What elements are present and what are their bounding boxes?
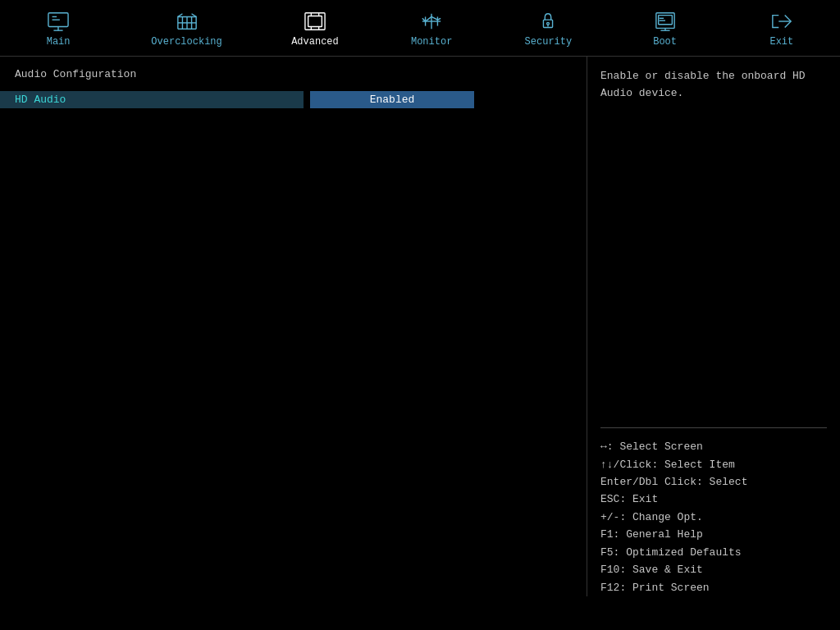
- help-text: Enable or disable the onboard HD Audio d…: [600, 68, 827, 418]
- nav-label-exit: Exit: [769, 36, 793, 48]
- menu-row-hd-audio[interactable]: HD Audio Enabled: [0, 87, 587, 112]
- navigation-bar: Main Overclocking: [0, 0, 840, 57]
- svg-rect-13: [308, 16, 322, 27]
- nav-item-exit[interactable]: Exit: [745, 7, 819, 51]
- exit-icon: [769, 10, 795, 33]
- shortcut-f12: F12: Print Screen: [600, 579, 827, 596]
- shortcuts: ↔: Select Screen ↑↓/Click: Select Item E…: [600, 438, 827, 596]
- left-panel: Audio Configuration HD Audio Enabled: [0, 57, 587, 596]
- nav-item-main[interactable]: Main: [21, 7, 95, 51]
- nav-label-boot: Boot: [653, 36, 677, 48]
- shortcut-f5: F5: Optimized Defaults: [600, 544, 827, 561]
- shortcut-enter: Enter/Dbl Click: Select: [600, 473, 827, 491]
- hd-audio-label: HD Audio: [0, 91, 304, 108]
- shortcut-change-opt: +/-: Change Opt.: [600, 509, 827, 526]
- nav-label-overclocking: Overclocking: [151, 36, 221, 48]
- shortcut-f1: F1: General Help: [600, 526, 827, 543]
- nav-label-security: Security: [525, 36, 573, 48]
- security-icon: [535, 10, 561, 33]
- svg-rect-26: [658, 16, 672, 25]
- nav-item-advanced[interactable]: Advanced: [278, 7, 352, 51]
- section-title: Audio Configuration: [0, 68, 587, 87]
- boot-icon: [652, 10, 678, 33]
- nav-item-monitor[interactable]: Monitor: [395, 7, 468, 51]
- advanced-icon: [302, 10, 328, 33]
- monitor2-icon: [418, 10, 445, 33]
- shortcut-select-item: ↑↓/Click: Select Item: [600, 456, 827, 473]
- svg-point-23: [547, 22, 550, 25]
- nav-label-main: Main: [47, 36, 71, 48]
- shortcut-esc: ESC: Exit: [600, 491, 827, 508]
- nav-item-security[interactable]: Security: [511, 7, 585, 51]
- content-area: Audio Configuration HD Audio Enabled Ena…: [0, 57, 840, 596]
- shortcut-select-screen: ↔: Select Screen: [600, 438, 827, 455]
- nav-label-advanced: Advanced: [291, 36, 339, 48]
- nav-item-overclocking[interactable]: Overclocking: [138, 7, 235, 51]
- nav-label-monitor: Monitor: [411, 36, 452, 48]
- enabled-badge[interactable]: Enabled: [310, 91, 474, 108]
- shortcut-f10: F10: Save & Exit: [600, 561, 827, 578]
- right-panel: Enable or disable the onboard HD Audio d…: [587, 57, 840, 596]
- monitor-icon: [45, 10, 71, 33]
- nav-item-boot[interactable]: Boot: [628, 7, 702, 51]
- divider: [600, 427, 827, 428]
- hd-audio-value: Enabled: [304, 89, 587, 111]
- overclocking-icon: [174, 10, 200, 33]
